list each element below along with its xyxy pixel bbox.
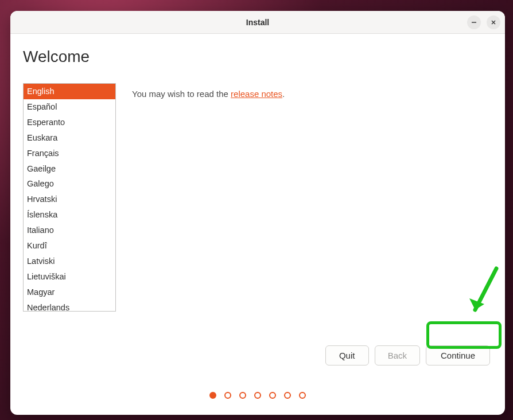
language-list[interactable]: EnglishEspañolEsperantoEuskaraFrançaisGa… <box>23 83 116 312</box>
info-prefix: You may wish to read the <box>132 89 231 99</box>
language-option[interactable]: Euskara <box>24 130 115 146</box>
language-option[interactable]: Français <box>24 146 115 161</box>
content-area: Welcome EnglishEspañolEsperantoEuskaraFr… <box>10 34 505 415</box>
titlebar: Install <box>10 11 505 34</box>
language-option[interactable]: Italiano <box>24 223 115 238</box>
language-option[interactable]: Gaeilge <box>24 161 115 177</box>
progress-dot <box>254 392 261 399</box>
quit-button[interactable]: Quit <box>325 345 369 365</box>
release-notes-link[interactable]: release notes <box>231 89 282 99</box>
installer-window: Install Welcome EnglishEspañolEsperantoE… <box>10 11 505 415</box>
language-option[interactable]: Latviski <box>24 254 115 269</box>
progress-dot <box>224 392 231 399</box>
close-icon <box>491 20 496 25</box>
button-row: Quit Back Continue <box>23 345 492 365</box>
continue-button[interactable]: Continue <box>426 345 490 365</box>
language-option[interactable]: English <box>24 84 115 99</box>
language-option[interactable]: Lietuviškai <box>24 269 115 285</box>
minimize-button[interactable] <box>467 15 481 29</box>
language-option[interactable]: Hrvatski <box>24 192 115 207</box>
progress-dots <box>23 392 492 399</box>
back-button: Back <box>375 345 420 365</box>
language-option[interactable]: Kurdî <box>24 238 115 254</box>
language-option[interactable]: Galego <box>24 176 115 192</box>
progress-dot <box>299 392 306 399</box>
window-title: Install <box>246 18 269 27</box>
progress-dot <box>209 392 216 399</box>
main-area: EnglishEspañolEsperantoEuskaraFrançaisGa… <box>23 83 492 337</box>
progress-dot <box>239 392 246 399</box>
progress-dot <box>284 392 291 399</box>
minimize-icon <box>471 20 477 25</box>
language-option[interactable]: Magyar <box>24 285 115 300</box>
progress-dot <box>269 392 276 399</box>
language-option[interactable]: Íslenska <box>24 207 115 223</box>
language-option[interactable]: Nederlands <box>24 300 115 312</box>
close-button[interactable] <box>487 15 500 29</box>
window-controls <box>467 15 500 29</box>
page-heading: Welcome <box>23 48 492 66</box>
language-option[interactable]: Español <box>24 99 115 115</box>
info-suffix: . <box>282 89 285 99</box>
language-option[interactable]: Esperanto <box>24 115 115 130</box>
info-text: You may wish to read the release notes. <box>132 83 285 337</box>
